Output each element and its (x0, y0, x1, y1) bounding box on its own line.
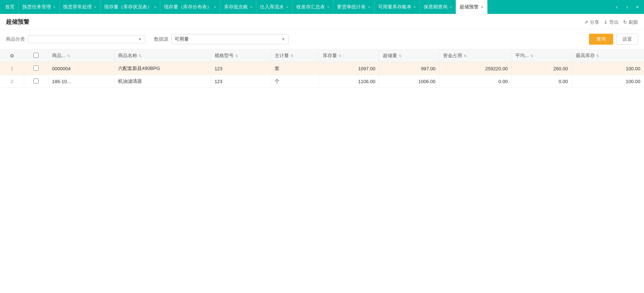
nav-abnormal-close[interactable]: × (94, 5, 96, 9)
th-over-sort-icon: ⇅ (399, 54, 402, 58)
th-max-stock[interactable]: 最高库存 ⇅ (572, 49, 644, 62)
nav-task-mgmt-label: 拣货任务管理 (22, 4, 51, 10)
row-2-unit: 个 (271, 75, 319, 88)
row-2-stock: 1106.00 (319, 75, 379, 88)
nav-stock-status[interactable]: 现存量（库存状况表） × (100, 0, 160, 14)
nav-task-mgmt[interactable]: 拣货任务管理 × (19, 0, 59, 14)
datasource-select[interactable]: 可用量 ▼ (171, 34, 289, 44)
nav-stock-dist[interactable]: 现存量（库存分布表） × (160, 0, 220, 14)
th-spec-label: 规格型号 (215, 52, 234, 59)
th-avg-label: 平均... (515, 52, 529, 59)
row-2-avg: 0.00 (512, 75, 572, 88)
nav-task-mgmt-close[interactable]: × (53, 5, 55, 9)
row-1-goods-code: 0000004 (48, 62, 114, 75)
nav-flow[interactable]: 出入库流水 × (256, 0, 292, 14)
datasource-dropdown-icon: ▼ (281, 37, 285, 41)
datasource-select-value: 可用量 (175, 36, 189, 42)
row-1-max-stock: 100.00 (572, 62, 644, 75)
nav-available[interactable]: 可用量库存账本 × (374, 0, 420, 14)
th-capital-label: 资金占用 (443, 52, 462, 59)
th-goods-name[interactable]: 商品名称 ⇅ (114, 49, 211, 62)
nav-overstock-close[interactable]: × (481, 5, 483, 9)
th-checkbox[interactable] (24, 49, 48, 62)
th-settings[interactable]: ⚙ (0, 49, 24, 62)
nav-order-stats-close[interactable]: × (368, 5, 370, 9)
query-button[interactable]: 查询 (589, 34, 613, 45)
nav-summary-label: 收发存汇总表 (296, 4, 325, 10)
row-2-seq: 2 (0, 75, 24, 88)
datasource-label: 数据源 (154, 36, 168, 42)
th-unit-sort-icon: ⇅ (290, 54, 293, 58)
row-1-unit: 套 (271, 62, 319, 75)
nav-summary[interactable]: 收发存汇总表 × (293, 0, 333, 14)
page-title: 超储预警 (6, 18, 29, 26)
nav-stock-status-label: 现存量（库存状况表） (104, 4, 152, 10)
th-goods-code-sort-icon: ⇅ (67, 54, 70, 58)
row-2-spec: 123 (211, 75, 271, 88)
nav-home-label: 首页 (5, 4, 15, 10)
th-avg[interactable]: 平均... ⇅ (512, 49, 572, 62)
th-goods-name-sort-icon: ⇅ (139, 54, 142, 58)
refresh-label: 刷新 (629, 19, 638, 26)
row-2-goods-code: 186-10... (48, 75, 114, 88)
datasource-filter-group: 数据源 可用量 ▼ (154, 34, 289, 44)
nav-stock-status-close[interactable]: × (154, 5, 156, 9)
th-spec[interactable]: 规格型号 ⇅ (211, 49, 271, 62)
row-1-check[interactable] (24, 62, 48, 75)
header-actions: ⇗ 分享 ⇓ 导出 ↻ 刷新 (584, 19, 638, 26)
th-unit[interactable]: 主计量 ⇅ (271, 49, 319, 62)
nav-available-close[interactable]: × (414, 5, 416, 9)
th-goods-code[interactable]: 商品... ⇅ (48, 49, 114, 62)
th-max-stock-sort-icon: ⇅ (596, 54, 599, 58)
nav-abnormal-label: 拣货异常处理 (63, 4, 92, 10)
row-2-max-stock: 100.00 (572, 75, 644, 88)
nav-quality[interactable]: 保质期查询 × (420, 0, 456, 14)
row-1-spec: 123 (211, 62, 271, 75)
table-row: 1 0000004 六配套新昌490BPG 123 套 1097.00 997.… (0, 62, 644, 75)
nav-order-stats-label: 要货单统计表 (337, 4, 366, 10)
row-2-checkbox[interactable] (33, 78, 39, 84)
nav-flow-close[interactable]: × (286, 5, 288, 9)
nav-quality-close[interactable]: × (450, 5, 452, 9)
export-icon: ⇓ (604, 19, 608, 25)
select-all-checkbox[interactable] (33, 53, 39, 58)
row-2-goods-name: 机油滤清器 (114, 75, 211, 88)
nav-abnormal[interactable]: 拣货异常处理 × (59, 0, 100, 14)
data-table: ⚙ 商品... ⇅ 商品名称 ⇅ (0, 49, 644, 88)
nav-prev-arrow[interactable]: ‹ (612, 0, 622, 14)
nav-close-arrow[interactable]: × (632, 0, 643, 14)
nav-batch-close[interactable]: × (250, 5, 252, 9)
nav-available-label: 可用量库存账本 (378, 4, 411, 10)
nav-stock-dist-close[interactable]: × (214, 5, 216, 9)
share-label: 分享 (590, 19, 599, 26)
category-select[interactable]: ▼ (28, 35, 145, 43)
th-goods-name-label: 商品名称 (118, 52, 137, 59)
settings-gear-icon: ⚙ (10, 53, 14, 59)
th-goods-code-label: 商品... (52, 52, 66, 59)
export-button[interactable]: ⇓ 导出 (604, 19, 619, 26)
nav-summary-close[interactable]: × (327, 5, 329, 9)
settings-button[interactable]: 设置 (616, 34, 638, 45)
nav-quality-label: 保质期查询 (424, 4, 447, 10)
row-1-goods-name: 六配套新昌490BPG (114, 62, 211, 75)
th-capital[interactable]: 资金占用 ⇅ (439, 49, 512, 62)
nav-next-arrow[interactable]: › (622, 0, 632, 14)
category-filter-group: 商品分类 ▼ (6, 35, 145, 43)
th-over[interactable]: 超储量 ⇅ (379, 49, 439, 62)
row-2-check[interactable] (24, 75, 48, 88)
th-stock-sort-icon: ⇅ (339, 54, 341, 58)
nav-order-stats[interactable]: 要货单统计表 × (333, 0, 374, 14)
table-row: 2 186-10... 机油滤清器 123 个 1106.00 1006.00 … (0, 75, 644, 88)
share-button[interactable]: ⇗ 分享 (584, 19, 599, 26)
nav-home[interactable]: 首页 (1, 0, 19, 14)
nav-batch[interactable]: 库存批次账 × (220, 0, 256, 14)
row-1-seq: 1 (0, 62, 24, 75)
page-content: 超储预警 ⇗ 分享 ⇓ 导出 ↻ 刷新 商品分类 ▼ 数据源 (0, 14, 644, 293)
refresh-button[interactable]: ↻ 刷新 (623, 19, 638, 26)
nav-batch-label: 库存批次账 (224, 4, 248, 10)
filter-area: 商品分类 ▼ 数据源 可用量 ▼ 查询 设置 (0, 29, 644, 49)
row-1-checkbox[interactable] (33, 66, 39, 71)
nav-overstock[interactable]: 超储预警 × (456, 0, 487, 14)
th-stock[interactable]: 库存量 ⇅ (319, 49, 379, 62)
table-header-row: ⚙ 商品... ⇅ 商品名称 ⇅ (0, 49, 644, 62)
